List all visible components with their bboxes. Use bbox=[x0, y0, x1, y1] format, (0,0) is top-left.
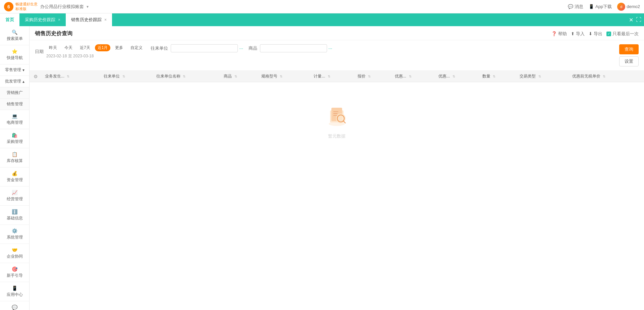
date-option-7days[interactable]: 近7天 bbox=[77, 44, 93, 51]
operations-icon: 📈 bbox=[12, 190, 17, 195]
help-button[interactable]: ❓ 帮助 bbox=[551, 31, 567, 37]
partner-filter-group: 往来单位 ··· bbox=[151, 44, 243, 52]
col-discount2[interactable]: 优惠... ⇅ bbox=[435, 71, 479, 82]
col-partner-code[interactable]: 往来单位 ⇅ bbox=[100, 71, 153, 82]
sidebar-item-operations[interactable]: 📈 经营管理 bbox=[0, 187, 29, 206]
sidebar-item-sales-mgmt[interactable]: 销售管理 bbox=[0, 99, 29, 110]
sidebar-search-label: 搜索菜单 bbox=[7, 36, 23, 42]
date-option-custom[interactable]: 自定义 bbox=[128, 44, 145, 51]
user-profile-button[interactable]: d demo2 bbox=[617, 3, 640, 11]
tab-sales-close-icon[interactable]: × bbox=[104, 17, 107, 22]
col-pre-tax-price[interactable]: 优惠前无税单价 ⇅ bbox=[569, 71, 644, 82]
tab-sales-history[interactable]: 销售历史价跟踪 × bbox=[66, 13, 112, 26]
goods-input-group: ··· bbox=[260, 44, 332, 52]
message-button[interactable]: 💬 消息 bbox=[568, 4, 583, 10]
sidebar-item-wholesale[interactable]: 批发管理 ▴ bbox=[0, 76, 29, 87]
inventory-label: 库存核算 bbox=[7, 158, 23, 164]
logo-text: 畅捷通好生意 标准版 bbox=[15, 2, 38, 11]
system-label: 系统管理 bbox=[7, 235, 23, 240]
message-label: 消息 bbox=[575, 4, 583, 10]
settings-button[interactable]: 设置 bbox=[619, 56, 639, 66]
empty-text: 暂元数据 bbox=[328, 133, 345, 139]
export-button[interactable]: ⬇ 导出 bbox=[589, 31, 602, 37]
guide-icon: 🎯 bbox=[12, 266, 17, 272]
wholesale-arrow-icon: ▴ bbox=[22, 79, 24, 84]
goods-filter-group: 商品 ··· bbox=[249, 44, 332, 52]
settings-col-icon[interactable]: ⚙ bbox=[34, 74, 38, 79]
tab-purchase-close-icon[interactable]: × bbox=[58, 17, 60, 22]
col-settings[interactable]: ⚙ bbox=[30, 71, 42, 82]
app-download-button[interactable]: 📱 App下载 bbox=[589, 4, 612, 10]
import-label: 导入 bbox=[576, 31, 585, 37]
table-container: ⚙ 业务发生... ⇅ 往来单位 ⇅ 往来单位名称 bbox=[30, 71, 644, 310]
import-button[interactable]: ⬆ 导入 bbox=[571, 31, 585, 37]
col-trade-type-label: 交易类型 bbox=[520, 74, 536, 79]
date-option-today[interactable]: 今天 bbox=[62, 44, 75, 51]
col-partner-name[interactable]: 往来单位名称 ⇅ bbox=[153, 71, 221, 82]
col-unit[interactable]: 计量... ⇅ bbox=[310, 71, 354, 82]
sort-icon-partner-name: ⇅ bbox=[183, 74, 185, 78]
goods-select-icon[interactable]: ··· bbox=[328, 46, 332, 51]
search-icon: 🔍 bbox=[12, 30, 17, 35]
sidebar-item-purchase[interactable]: 🛍️ 采购管理 bbox=[0, 129, 29, 148]
sidebar-item-app-center[interactable]: 📱 应用中心 bbox=[0, 282, 29, 301]
page-header: 销售历史价查询 ❓ 帮助 ⬆ 导入 ⬇ 导出 ✓ bbox=[30, 26, 644, 40]
col-spec[interactable]: 规格型号 ⇅ bbox=[258, 71, 311, 82]
logo-area: 6 畅捷通好生意 标准版 bbox=[4, 2, 38, 11]
sidebar-item-enterprise[interactable]: 🤝 企业协同 bbox=[0, 244, 29, 263]
col-qty[interactable]: 数量 ⇅ bbox=[479, 71, 516, 82]
info-icon: ℹ️ bbox=[12, 209, 17, 214]
close-all-icon[interactable]: ✕ bbox=[629, 17, 633, 23]
tab-home[interactable]: 首页 bbox=[0, 13, 19, 26]
sidebar-item-retail[interactable]: 零售管理 ▾ bbox=[0, 64, 29, 76]
operations-label: 经营管理 bbox=[7, 196, 23, 202]
date-option-1month[interactable]: 近1月 bbox=[95, 44, 111, 51]
sidebar-item-guide[interactable]: 🎯 新手引导 bbox=[0, 263, 29, 282]
query-button[interactable]: 查询 bbox=[619, 44, 639, 54]
col-quote-label: 报价 bbox=[358, 74, 366, 79]
export-icon: ⬇ bbox=[589, 31, 592, 36]
topbar-right: 💬 消息 📱 App下载 d demo2 bbox=[568, 3, 640, 11]
sidebar-item-wechat[interactable]: 💬 企业微信 bbox=[0, 301, 29, 310]
export-label: 导出 bbox=[594, 31, 602, 37]
date-options: 昨天 今天 近7天 近1月 更多 自定义 bbox=[46, 44, 145, 51]
sort-icon-qty: ⇅ bbox=[493, 74, 495, 78]
sidebar-item-search[interactable]: 🔍 搜索菜单 bbox=[0, 26, 29, 45]
goods-input[interactable] bbox=[260, 44, 327, 52]
col-partner-name-label: 往来单位名称 bbox=[156, 74, 180, 79]
app-center-icon: 📱 bbox=[12, 286, 17, 291]
topbar-left: 6 畅捷通好生意 标准版 办公用品行业模拟账套 ▾ bbox=[4, 2, 89, 11]
import-icon: ⬆ bbox=[571, 31, 575, 36]
col-quote[interactable]: 报价 ⇅ bbox=[354, 71, 391, 82]
page-content: 销售历史价查询 ❓ 帮助 ⬆ 导入 ⬇ 导出 ✓ bbox=[30, 26, 644, 310]
fullscreen-icon[interactable]: ⛶ bbox=[636, 17, 641, 23]
partner-select-icon[interactable]: ··· bbox=[239, 46, 243, 51]
sidebar-item-basic-info[interactable]: ℹ️ 基础信息 bbox=[0, 206, 29, 225]
partner-label: 往来单位 bbox=[151, 45, 168, 51]
sidebar-item-shortcuts[interactable]: ⭐ 快捷导航 bbox=[0, 45, 29, 64]
sort-icon-discount2: ⇅ bbox=[452, 74, 455, 78]
sidebar-item-system[interactable]: ⚙️ 系统管理 bbox=[0, 225, 29, 244]
col-discount1[interactable]: 优惠... ⇅ bbox=[391, 71, 435, 82]
col-trade-type[interactable]: 交易类型 ⇅ bbox=[516, 71, 569, 82]
sidebar-item-inventory[interactable]: 📋 库存核算 bbox=[0, 148, 29, 167]
col-goods[interactable]: 商品 ⇅ bbox=[220, 71, 258, 82]
partner-input[interactable] bbox=[171, 44, 238, 52]
date-label: 日期 bbox=[35, 49, 44, 55]
empty-state-icon bbox=[323, 102, 350, 129]
only-last-checkbox[interactable]: ✓ 只看最后一次 bbox=[606, 31, 639, 37]
sort-icon-partner: ⇅ bbox=[122, 74, 125, 78]
sidebar-item-finance[interactable]: 💰 资金管理 bbox=[0, 167, 29, 187]
tab-purchase-history[interactable]: 采购历史价跟踪 × bbox=[19, 13, 66, 26]
sidebar-item-ecommerce[interactable]: 💻 电商管理 bbox=[0, 110, 29, 129]
sidebar-item-marketing[interactable]: 营销推广 bbox=[0, 87, 29, 99]
username-label: demo2 bbox=[627, 4, 640, 9]
date-option-more[interactable]: 更多 bbox=[112, 44, 126, 51]
content-area: 销售历史价查询 ❓ 帮助 ⬆ 导入 ⬇ 导出 ✓ bbox=[30, 26, 644, 310]
retail-arrow-icon: ▾ bbox=[22, 68, 24, 72]
date-option-yesterday[interactable]: 昨天 bbox=[46, 44, 60, 51]
app-label: App下载 bbox=[595, 4, 612, 10]
message-icon: 💬 bbox=[568, 4, 573, 9]
topbar-dropdown-icon[interactable]: ▾ bbox=[87, 4, 89, 9]
col-biz-date[interactable]: 业务发生... ⇅ bbox=[42, 71, 100, 82]
